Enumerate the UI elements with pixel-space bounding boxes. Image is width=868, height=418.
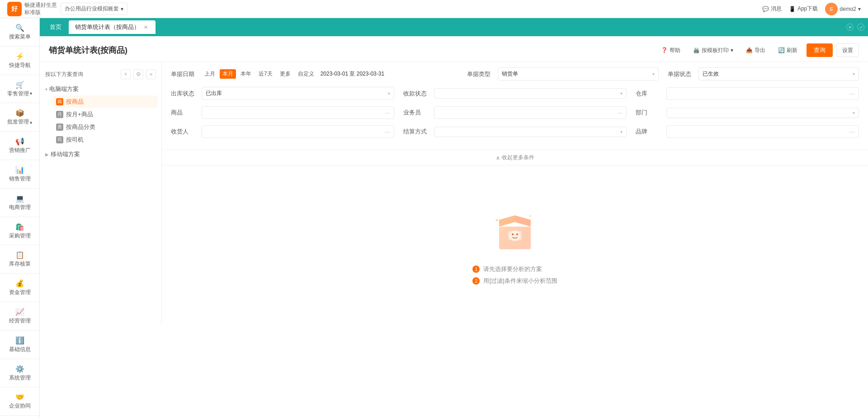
filter-main: 单据日期 上月 本月 本年 近7天 更多 自定义 2023-03-01 至 20…: [162, 62, 868, 150]
sidebar-item-inventory[interactable]: 📋 库存核算: [0, 245, 39, 274]
settings-button[interactable]: 设置: [836, 43, 859, 57]
payment-control[interactable]: ▾: [434, 127, 627, 137]
tab-home[interactable]: 首页: [43, 20, 68, 34]
tab-close-icon[interactable]: ✕: [142, 24, 149, 31]
salesperson-control[interactable]: ···: [434, 106, 627, 119]
query-button[interactable]: 查询: [807, 43, 833, 57]
date-shortcut-more[interactable]: 更多: [277, 69, 293, 79]
sidebar-item-quicknav[interactable]: ⚡ 快捷导航: [0, 47, 39, 75]
receipt-status-dropdown-icon: ▾: [620, 91, 623, 96]
category-scheme-icon: 类: [56, 124, 63, 131]
collapse-scheme-button[interactable]: «: [146, 69, 156, 79]
empty-hint-2: 2 用[过滤]条件来缩小分析范围: [472, 277, 557, 285]
sidebar-item-marketing[interactable]: 📢 营销推广: [0, 132, 39, 160]
search-icon: 🔍: [15, 24, 24, 32]
date-shortcut-this-month[interactable]: 本月: [220, 69, 236, 79]
avatar: E: [825, 3, 838, 15]
empty-hints: 1 请先选择要分析的方案 2 用[过滤]条件来缩小分析范围: [472, 265, 557, 289]
doc-type-control[interactable]: 销货单 ▾: [498, 67, 658, 81]
retail-expand-icon: ▾: [30, 91, 32, 96]
add-scheme-button[interactable]: +: [121, 69, 131, 79]
mobile-expand-icon: ▶: [45, 152, 49, 157]
page-title: 销货单统计表(按商品): [49, 45, 127, 56]
sidebar-item-sales[interactable]: 📊 销售管理: [0, 160, 39, 189]
out-status-dropdown-icon: ▾: [388, 91, 390, 96]
filter-row-2: 出库状态 已出库 ▾ 收款状态: [171, 87, 859, 100]
window-expand-button[interactable]: ⤢: [857, 24, 864, 31]
empty-illustration: ✦ ✦ ✦: [488, 202, 542, 256]
salesperson-dots-icon: ···: [617, 109, 623, 116]
date-shortcut-7days[interactable]: 近7天: [256, 69, 275, 79]
sidebar-item-enterprise[interactable]: 🤝 企业协同: [0, 387, 39, 416]
workspace-selector[interactable]: 办公用品行业模拟账套 ▾: [61, 3, 127, 15]
message-button[interactable]: 💬 消息: [762, 5, 782, 13]
tree-section-mobile: ▶ 移动端方案: [43, 148, 158, 161]
sidebar-item-basic[interactable]: ℹ️ 基础信息: [0, 331, 39, 359]
sidebar-item-newbie[interactable]: 🎯 新手引导: [0, 416, 39, 418]
filter-item-receipt-status: 收款状态 ▾: [403, 88, 627, 99]
user-menu[interactable]: E demo2 ▾: [825, 3, 861, 15]
receipt-status-control[interactable]: ▾: [434, 88, 627, 99]
consignee-control[interactable]: ···: [202, 125, 394, 138]
tree-item-by-customer[interactable]: 司 按司机: [52, 133, 158, 146]
sidebar-item-wholesale[interactable]: 📦 批发管理 ▴: [0, 103, 39, 132]
date-shortcut-custom[interactable]: 自定义: [295, 69, 317, 79]
help-button[interactable]: ❓ 帮助: [657, 45, 684, 56]
sidebar-item-retail[interactable]: 🛒 零售管理 ▾: [0, 75, 39, 104]
svg-text:✦: ✦: [495, 217, 499, 223]
app-download-button[interactable]: 📱 App下载: [789, 5, 818, 13]
sidebar-item-purchase[interactable]: 🛍️ 采购管理: [0, 217, 39, 246]
filter-item-brand: 品牌 ···: [636, 125, 859, 138]
tree-item-by-category[interactable]: 类 按商品分类: [52, 121, 158, 133]
filter-row-4: 收货人 ··· 结算方式: [171, 125, 859, 138]
warehouse-control[interactable]: ···: [666, 87, 859, 100]
content-area: 首页 销货单统计表（按商品） ✕ ✕ ⤢ 销货单统计表(按商品): [40, 18, 868, 418]
date-shortcut-this-year[interactable]: 本年: [238, 69, 254, 79]
logo-text: 畅捷通好生意 标准版: [24, 2, 57, 16]
doc-status-control[interactable]: 已生效 ▾: [698, 67, 859, 81]
sidebar-item-ecommerce[interactable]: 💻 电商管理: [0, 189, 39, 217]
refresh-button[interactable]: 🔄 刷新: [774, 45, 801, 56]
marketing-icon: 📢: [15, 137, 24, 146]
doc-type-dropdown-icon: ▾: [652, 71, 655, 76]
brand-control[interactable]: ···: [666, 125, 859, 138]
filter-item-doc-type: 单据类型 销货单 ▾: [467, 67, 658, 81]
brand-dots-icon: ···: [849, 128, 855, 135]
sidebar-item-operations[interactable]: 📈 经营管理: [0, 302, 39, 331]
tab-sales-stat[interactable]: 销货单统计表（按商品） ✕: [69, 20, 156, 34]
logo-area: 好 畅捷通好生意 标准版: [7, 2, 57, 16]
date-shortcuts: 上月 本月 本年 近7天 更多 自定义 2023-03-01 至 2023-03…: [202, 69, 384, 79]
top-bar-right: 💬 消息 📱 App下载 E demo2 ▾: [762, 3, 861, 15]
collapse-bar[interactable]: ∧ 收起更多条件: [162, 150, 868, 165]
operations-icon: 📈: [15, 308, 24, 316]
quicknav-icon: ⚡: [15, 52, 24, 61]
print-dropdown-icon: ▾: [731, 47, 733, 53]
filter-item-product: 商品 ···: [171, 106, 394, 119]
retail-icon: 🛒: [15, 81, 24, 89]
tree-section-desktop-header[interactable]: ▾ 电脑端方案: [43, 83, 158, 95]
tree-item-by-month-product[interactable]: 月 按月+商品: [52, 108, 158, 121]
tree-item-by-product[interactable]: 商 按商品: [52, 95, 158, 108]
page-actions: ❓ 帮助 🖨️ 按模板打印 ▾ 📤 导出 �: [657, 43, 859, 57]
action-buttons-group: 查询 设置: [807, 43, 859, 57]
export-button[interactable]: 📤 导出: [742, 45, 769, 56]
sidebar-item-search[interactable]: 🔍 搜索菜单: [0, 18, 39, 47]
sidebar: 🔍 搜索菜单 ⚡ 快捷导航 🛒 零售管理 ▾ 📦 批发管理 ▴: [0, 18, 40, 418]
svg-marker-1: [499, 215, 515, 227]
window-close-button[interactable]: ✕: [846, 24, 854, 31]
filter-main-wrapper: 单据日期 上月 本月 本年 近7天 更多 自定义 2023-03-01 至 20…: [162, 62, 868, 325]
filter-item-out-status: 出库状态 已出库 ▾: [171, 87, 394, 100]
tree-section-mobile-header[interactable]: ▶ 移动端方案: [43, 148, 158, 161]
sidebar-item-finance[interactable]: 💰 资金管理: [0, 274, 39, 302]
date-shortcut-last-month[interactable]: 上月: [202, 69, 218, 79]
product-control[interactable]: ···: [202, 106, 394, 119]
sidebar-item-system[interactable]: ⚙️ 系统管理: [0, 359, 39, 388]
filter-item-consignee: 收货人 ···: [171, 125, 394, 138]
tab-bar: 首页 销货单统计表（按商品） ✕ ✕ ⤢: [40, 18, 868, 36]
user-chevron-icon: ▾: [858, 6, 861, 12]
month-product-scheme-icon: 月: [56, 111, 63, 118]
print-button[interactable]: 🖨️ 按模板打印 ▾: [689, 45, 737, 56]
settings-scheme-button[interactable]: ⚙: [133, 69, 143, 79]
out-status-control[interactable]: 已出库 ▾: [202, 87, 394, 100]
dept-control[interactable]: ▾: [666, 108, 859, 118]
